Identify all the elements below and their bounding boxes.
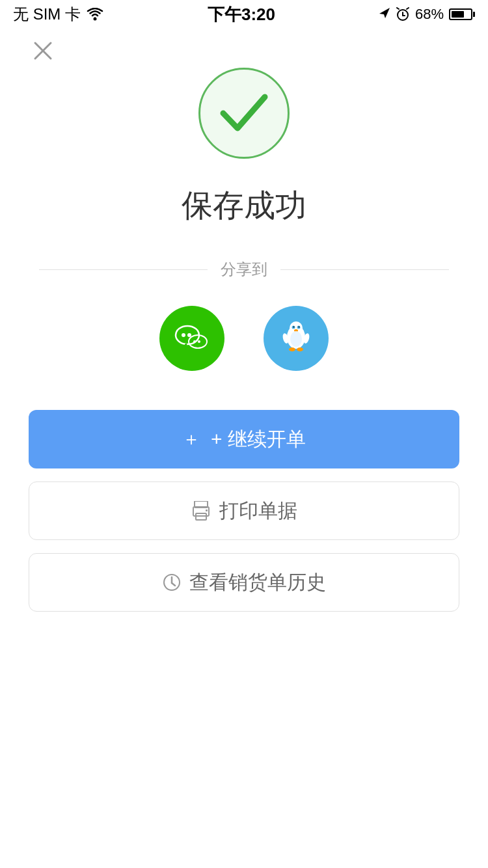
svg-point-22 — [289, 347, 295, 351]
svg-rect-29 — [206, 509, 208, 511]
clock-icon — [162, 573, 182, 592]
wechat-share-button[interactable] — [159, 306, 224, 371]
success-icon-circle — [198, 68, 290, 159]
svg-point-13 — [198, 340, 200, 343]
svg-point-19 — [299, 327, 300, 328]
svg-point-0 — [94, 18, 97, 21]
share-label: 分享到 — [208, 259, 280, 280]
svg-point-10 — [187, 333, 191, 337]
svg-line-5 — [407, 8, 409, 9]
status-bar: 无 SIM 卡 下午3:20 68% — [0, 0, 488, 29]
print-label: 打印单据 — [219, 498, 297, 524]
success-title: 保存成功 — [182, 185, 306, 226]
svg-point-23 — [297, 347, 303, 351]
checkmark-icon — [218, 90, 270, 136]
location-icon — [379, 7, 390, 21]
continue-label: + 继续开单 — [211, 426, 306, 453]
continue-button[interactable]: ＋ + 继续开单 — [29, 410, 459, 468]
status-right: 68% — [379, 6, 475, 23]
svg-line-4 — [397, 8, 399, 9]
divider-line-right — [280, 269, 449, 270]
main-content: 保存成功 分享到 — [0, 29, 488, 612]
sim-status: 无 SIM 卡 — [13, 4, 81, 25]
share-divider: 分享到 — [0, 259, 488, 280]
history-button[interactable]: 查看销货单历史 — [29, 553, 459, 612]
status-left: 无 SIM 卡 — [13, 4, 104, 25]
close-button[interactable] — [29, 36, 57, 65]
print-button[interactable]: 打印单据 — [29, 481, 459, 540]
svg-point-18 — [293, 327, 295, 328]
close-icon — [31, 39, 55, 62]
battery-icon — [449, 8, 475, 20]
qq-share-button[interactable] — [264, 306, 329, 371]
svg-point-21 — [290, 331, 302, 347]
alarm-icon — [396, 7, 410, 21]
svg-point-12 — [193, 340, 196, 343]
printer-icon — [191, 501, 211, 521]
battery-percent: 68% — [415, 6, 444, 23]
divider-line-left — [39, 269, 208, 270]
history-label: 查看销货单历史 — [189, 569, 326, 596]
status-time: 下午3:20 — [208, 3, 275, 26]
action-buttons: ＋ + 继续开单 打印单据 查看销货单历史 — [0, 410, 488, 612]
qq-icon — [277, 319, 316, 358]
wifi-icon — [86, 8, 104, 21]
svg-line-32 — [172, 583, 175, 586]
svg-point-9 — [182, 333, 185, 337]
plus-icon: ＋ — [182, 427, 200, 452]
wechat-icon — [173, 322, 211, 355]
share-icons-container — [159, 306, 329, 371]
